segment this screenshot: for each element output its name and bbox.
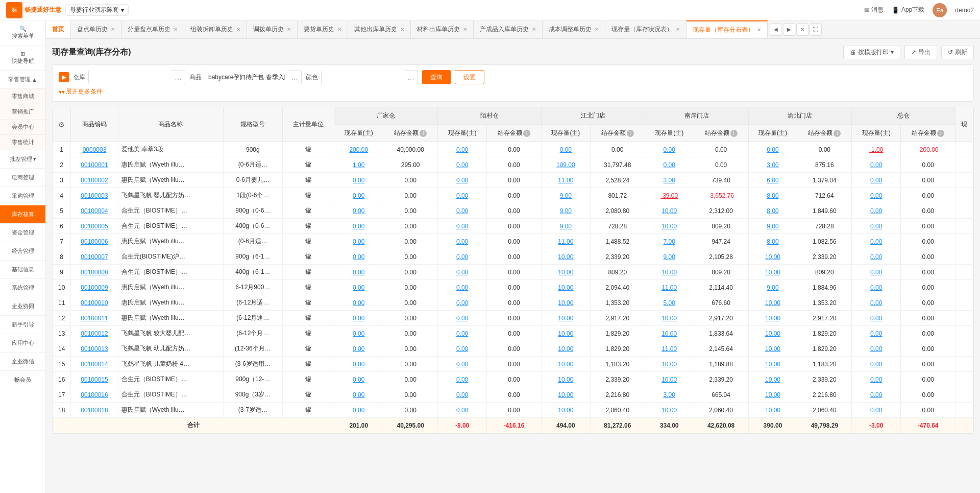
gear-icon[interactable]: ⚙ [58,121,65,129]
mocun-stock-link[interactable]: 0.00 [456,253,468,261]
query-button[interactable]: 查询 [422,70,451,84]
factory-stock-link[interactable]: 0.00 [353,361,364,368]
total-stock-link[interactable]: 0.00 [870,391,882,398]
factory-stock-link[interactable]: 0.00 [353,253,364,261]
tab-prev-btn[interactable]: ◀ [770,24,782,36]
mocun-stock-link[interactable]: 0.00 [456,407,468,414]
code-link[interactable]: 00100016 [81,391,108,398]
color-input[interactable] [322,70,404,84]
nanan-stock-link[interactable]: 10.00 [662,315,677,322]
yubei-stock-link[interactable]: 10.00 [765,407,780,414]
code-link[interactable]: 00100007 [81,253,108,261]
app-download-btn[interactable]: 📱 App下载 [892,6,924,14]
jiangbei-stock-link[interactable]: 109.00 [556,161,575,169]
factory-stock-link[interactable]: 200.00 [349,146,368,153]
code-link[interactable]: 00100006 [81,238,108,245]
total-stock-link[interactable]: 0.00 [870,330,882,337]
refresh-button[interactable]: ↺ 刷新 [941,45,974,59]
code-link[interactable]: 00100002 [81,177,108,184]
code-link[interactable]: 00100018 [81,407,108,414]
tab-expand-btn[interactable]: ⛶ [810,24,822,36]
yubei-stock-link[interactable]: 9.00 [767,284,778,291]
mocun-stock-link[interactable]: 0.00 [456,284,468,291]
jiangbei-stock-link[interactable]: 9.00 [560,207,572,215]
nanan-stock-link[interactable]: 10.00 [662,223,677,230]
factory-stock-link[interactable]: 0.00 [353,238,364,245]
tab-close-icon[interactable]: ✕ [236,27,240,32]
nanan-stock-link[interactable]: -39.00 [660,192,678,199]
code-link[interactable]: 00100004 [81,207,108,215]
yubei-stock-link[interactable]: 10.00 [765,361,780,368]
factory-stock-link[interactable]: 0.00 [353,376,364,383]
tab-close-icon[interactable]: ✕ [400,27,404,32]
mocun-stock-link[interactable]: 0.00 [456,391,468,398]
yubei-stock-link[interactable]: 6.00 [767,177,778,184]
nanan-stock-link[interactable]: 10.00 [662,407,677,414]
export-button[interactable]: ↗ 导出 [904,45,937,59]
mocun-stock-link[interactable]: 0.00 [456,315,468,322]
nanan-stock-link[interactable]: 11.00 [662,284,677,291]
yubei-stock-link[interactable]: 10.00 [765,315,780,322]
tab-material-out-history[interactable]: 材料出库单历史 ✕ [411,20,474,39]
mocun-stock-link[interactable]: 0.00 [456,146,468,153]
nanan-stock-link[interactable]: 5.00 [663,299,675,307]
tab-close-icon[interactable]: ✕ [337,27,341,32]
tab-home[interactable]: 首页 [46,20,71,39]
info-icon[interactable]: i [420,130,427,137]
nanan-stock-link[interactable]: 0.00 [663,161,675,169]
nanan-stock-link[interactable]: 10.00 [662,269,677,276]
nanan-stock-link[interactable]: 10.00 [662,361,677,368]
jiangbei-stock-link[interactable]: 9.00 [560,192,572,199]
tab-close-all-btn[interactable]: ✕ [796,24,808,36]
collapse-search-btn[interactable]: ▶ [59,72,69,82]
tab-close-icon[interactable]: ✕ [757,27,761,33]
jiangbei-stock-link[interactable]: 10.00 [558,284,573,291]
yubei-stock-link[interactable]: 10.00 [765,345,780,353]
color-input-wrapper[interactable]: … [321,70,418,84]
user-avatar[interactable]: Ea [933,3,947,17]
code-link[interactable]: 00100014 [81,361,108,368]
total-stock-link[interactable]: 0.00 [870,376,882,383]
nanan-stock-link[interactable]: 0.00 [663,146,675,153]
sidebar-item-vip[interactable]: 畅会员 [0,371,45,389]
yubei-stock-link[interactable]: 8.00 [767,207,778,215]
sidebar-item-corp[interactable]: 企业协同 [0,297,45,316]
factory-stock-link[interactable]: 0.00 [353,207,364,215]
info-icon[interactable]: i [937,130,944,137]
jiangbei-stock-link[interactable]: 10.00 [558,361,573,368]
jiangbei-stock-link[interactable]: 10.00 [558,315,573,322]
nanan-stock-link[interactable]: 10.00 [662,207,677,215]
jiangbei-stock-link[interactable]: 10.00 [558,391,573,398]
total-stock-link[interactable]: 0.00 [870,345,882,353]
total-stock-link[interactable]: 0.00 [870,407,882,414]
tab-request-goods-history[interactable]: 要货单历史 ✕ [298,20,348,39]
mocun-stock-link[interactable]: 0.00 [456,361,468,368]
code-link[interactable]: 00100005 [81,223,108,230]
sidebar-item-retail-stats[interactable]: 零售统计 [0,135,45,150]
tab-other-out-history[interactable]: 其他出库单历史 ✕ [348,20,411,39]
sidebar-item-apps[interactable]: 应用中心 [0,334,45,353]
jiangbei-stock-link[interactable]: 11.00 [558,177,573,184]
sidebar-item-ops[interactable]: 经营管理 [0,242,45,261]
jiangbei-stock-link[interactable]: 10.00 [558,376,573,383]
jiangbei-stock-link[interactable]: 9.00 [560,223,572,230]
yubei-stock-link[interactable]: 8.00 [767,238,778,245]
mocun-stock-link[interactable]: 0.00 [456,299,468,307]
nanan-stock-link[interactable]: 11.00 [662,345,677,353]
info-icon[interactable]: i [627,130,634,137]
mocun-stock-link[interactable]: 0.00 [456,345,468,353]
warehouse-input[interactable] [89,70,172,84]
tab-close-icon[interactable]: ✕ [676,27,680,32]
print-button[interactable]: 🖨 按模版打印 ▾ [843,45,900,59]
sidebar-item-inventory[interactable]: 库存核算 [0,205,45,224]
tab-next-btn[interactable]: ▶ [783,24,795,36]
info-icon[interactable]: i [523,130,530,137]
sidebar-item-marketing[interactable]: 营销推广 [0,104,45,120]
yubei-stock-link[interactable]: 10.00 [765,253,780,261]
factory-stock-link[interactable]: 0.00 [353,345,364,353]
expand-search-btn[interactable]: ▾▾ 展开更多条件 [59,87,967,96]
tab-stock-status[interactable]: 现存量（库存状况表） ✕ [605,20,687,39]
mocun-stock-link[interactable]: 0.00 [456,161,468,169]
total-stock-link[interactable]: 0.00 [870,361,882,368]
mocun-stock-link[interactable]: 0.00 [456,192,468,199]
